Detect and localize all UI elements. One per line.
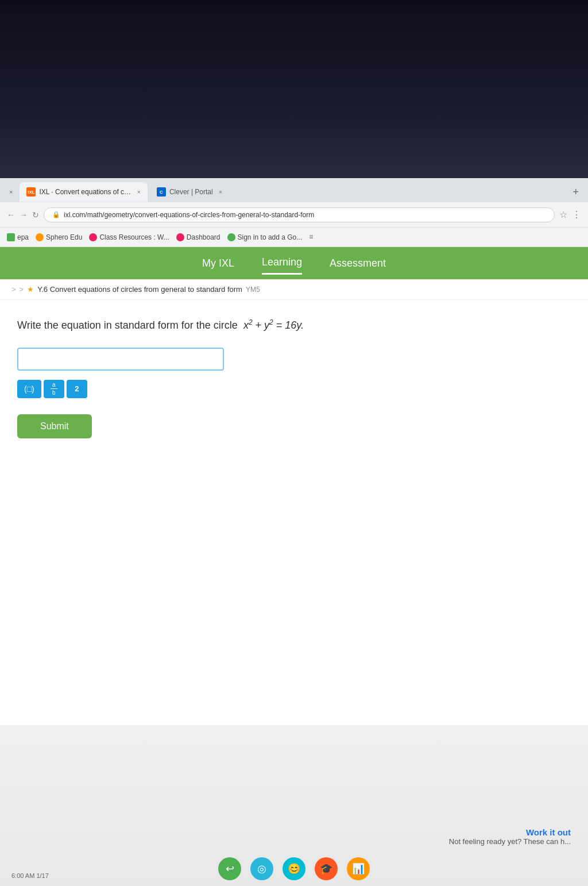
top-bezel [0, 0, 588, 178]
bottom-toolbar: ↩ ◎ 😊 🎓 📊 [218, 857, 370, 880]
question-text-prefix: Write the equation in standard form for … [17, 319, 238, 331]
bookmark-sphero[interactable]: Sphero Edu [36, 233, 82, 241]
bookmarks-more-icon[interactable]: ≡ [309, 233, 318, 242]
url-input[interactable]: 🔒 ixl.com/math/geometry/convert-equation… [44, 207, 555, 222]
question-prompt: Write the equation in standard form for … [17, 317, 571, 334]
work-it-out-subtitle: Not feeling ready yet? These can h... [449, 837, 571, 846]
submit-button[interactable]: Submit [17, 414, 92, 438]
bookmark-epa[interactable]: epa [7, 233, 29, 241]
bookmark-dashboard-icon [176, 233, 184, 241]
tab-clever[interactable]: C Clever | Portal × [150, 182, 229, 202]
refresh-button[interactable]: ↻ [32, 210, 39, 219]
bookmark-class-label: Class Resources : W... [99, 233, 169, 241]
nav-my-ixl[interactable]: My IXL [202, 253, 234, 274]
tab-ixl[interactable]: IXL IXL · Convert equations of circ × [20, 182, 147, 202]
ixl-tab-icon: IXL [26, 187, 36, 197]
clever-tab-icon: C [157, 187, 166, 197]
bookmark-sphero-icon [36, 233, 44, 241]
bookmark-epa-label: epa [17, 233, 29, 241]
browser-chrome: × IXL IXL · Convert equations of circ × … [0, 178, 588, 760]
bookmark-dashboard[interactable]: Dashboard [176, 233, 220, 241]
math-btn-fraction[interactable]: a b [44, 380, 64, 398]
address-bar: ← → ↻ 🔒 ixl.com/math/geometry/convert-eq… [0, 202, 588, 228]
forward-button[interactable]: → [20, 210, 28, 219]
bookmarks-bar: epa Sphero Edu Class Resources : W... Da… [0, 228, 588, 247]
math-toolbar: (□) a b 2 [17, 380, 571, 398]
bookmark-sphero-label: Sphero Edu [46, 233, 82, 241]
back-button[interactable]: ← [7, 210, 15, 219]
answer-input-wrapper [17, 348, 571, 371]
bookmark-dashboard-label: Dashboard [187, 233, 220, 241]
breadcrumb: > > ★ Y.6 Convert equations of circles f… [0, 279, 588, 300]
tab-bar: × IXL IXL · Convert equations of circ × … [0, 178, 588, 202]
breadcrumb-label: Y.6 Convert equations of circles from ge… [37, 285, 242, 294]
main-content: Write the equation in standard form for … [0, 300, 588, 645]
new-tab-button[interactable]: + [568, 186, 583, 198]
bookmark-class[interactable]: Class Resources : W... [89, 233, 169, 241]
toolbar-icon-1[interactable]: ↩ [218, 857, 241, 880]
toolbar-icon-4[interactable]: 🎓 [315, 857, 338, 880]
math-btn-squared[interactable]: 2 [67, 380, 87, 398]
bookmark-epa-icon [7, 233, 15, 241]
answer-input[interactable] [17, 348, 224, 371]
toolbar-icon-2[interactable]: ◎ [250, 857, 273, 880]
ixl-nav-bar: My IXL Learning Assessment [0, 247, 588, 279]
tab-clever-close[interactable]: × [219, 188, 222, 195]
math-btn-bracket[interactable]: (□) [17, 380, 41, 398]
tab-ixl-close[interactable]: × [137, 188, 140, 195]
bookmark-signin-icon [227, 233, 235, 241]
bookmark-signin-label: Sign in to add a Go... [238, 233, 303, 241]
work-it-out-panel: Work it out Not feeling ready yet? These… [443, 822, 577, 852]
nav-learning[interactable]: Learning [262, 252, 302, 275]
breadcrumb-chevron-2: > [20, 285, 24, 294]
work-it-out-title: Work it out [449, 827, 571, 837]
menu-dots-icon[interactable]: ⋮ [572, 209, 581, 220]
toolbar-icon-5[interactable]: 📊 [347, 857, 370, 880]
breadcrumb-star-icon[interactable]: ★ [27, 285, 34, 294]
question-equation: x2 + y2 = 16y. [241, 319, 304, 331]
tab-clever-label: Clever | Portal [169, 188, 213, 196]
breadcrumb-tag: YM5 [246, 286, 260, 294]
bookmark-star-icon[interactable]: ☆ [559, 209, 567, 220]
bookmark-class-icon [89, 233, 97, 241]
secure-icon: 🔒 [52, 211, 60, 218]
bookmark-signin[interactable]: Sign in to add a Go... [227, 233, 303, 241]
toolbar-icon-3[interactable]: 😊 [283, 857, 305, 880]
tab-inactive-left[interactable]: × [5, 182, 17, 202]
tab-ixl-label: IXL · Convert equations of circ [39, 188, 131, 196]
url-text: ixl.com/math/geometry/convert-equations-… [64, 211, 314, 219]
timestamp: 6:00 AM 1/17 [11, 872, 49, 879]
bottom-area: Work it out Not feeling ready yet? These… [0, 725, 588, 886]
nav-assessment[interactable]: Assessment [330, 253, 386, 274]
breadcrumb-chevron-1: > [11, 285, 16, 294]
